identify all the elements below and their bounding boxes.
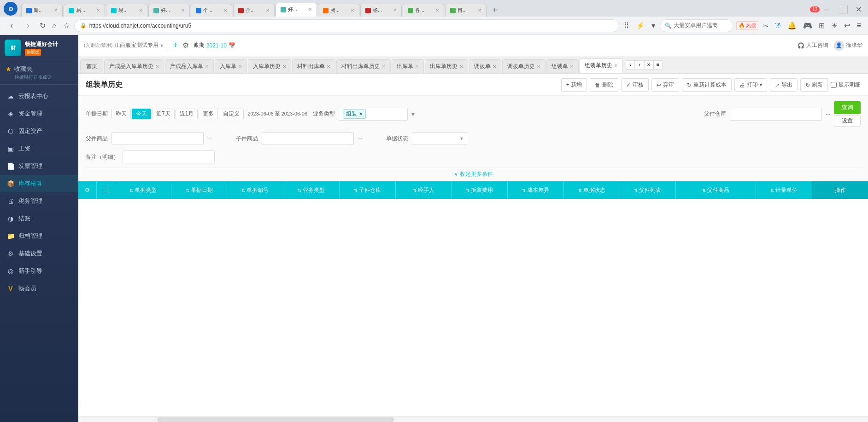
browser-tab-11[interactable]: 目... ✕ <box>445 4 487 17</box>
export-btn[interactable]: ↗ 导出 <box>770 78 798 92</box>
audit-btn[interactable]: ✓ 审核 <box>621 78 649 92</box>
nav-tab-in[interactable]: 入库单 ✕ <box>215 59 247 73</box>
nav-tab-transfer[interactable]: 调拨单 ✕ <box>469 59 501 73</box>
sun-btn[interactable]: ☀ <box>829 19 839 32</box>
refresh-btn[interactable]: ↻ 刷新 <box>800 78 828 92</box>
th-business-type[interactable]: ⇅ 业务类型 <box>283 181 340 199</box>
minimize-btn[interactable]: — <box>821 5 834 15</box>
child-goods-input[interactable] <box>262 132 354 145</box>
nav-tab-assembly[interactable]: 组装单 ✕ <box>546 59 579 73</box>
th-bill-status[interactable]: ⇅ 单据状态 <box>564 181 620 199</box>
tab-close-icon[interactable]: ✕ <box>155 64 159 69</box>
layout-btn[interactable]: ⊞ <box>817 19 827 32</box>
more-date-btn[interactable]: 更多 <box>199 109 218 119</box>
translate-btn[interactable]: 译 <box>773 20 783 32</box>
nav-tab-produce-in-history[interactable]: 产成品入库单历史 ✕ <box>104 59 164 73</box>
lightning-btn[interactable]: ⚡ <box>634 19 647 32</box>
nav-tabs-more[interactable]: ≡ <box>653 60 663 69</box>
sidebar-item-vip[interactable]: V 畅会员 <box>0 280 78 297</box>
sidebar-favorites[interactable]: ★ 收藏夹 快捷键打开收藏夹 <box>0 61 78 85</box>
th-parent-list[interactable]: ⇅ 父件列表 <box>620 181 676 199</box>
query-btn[interactable]: 查询 <box>834 101 861 114</box>
th-cost-diff[interactable]: ⇅ 成本差异 <box>508 181 564 199</box>
th-bill-no[interactable]: ⇅ 单据编号 <box>227 181 283 199</box>
nav-tab-out-history[interactable]: 出库单历史 ✕ <box>425 59 468 73</box>
yesterday-btn[interactable]: 昨天 <box>111 109 131 119</box>
calendar-icon[interactable]: 📅 <box>229 42 235 49</box>
sidebar-item-checkout[interactable]: ◑ 结账 <box>0 210 78 227</box>
browser-tab-2[interactable]: 易... ✕ <box>64 4 105 17</box>
url-bar[interactable]: 🔒 https://cloud.chanjet.com/accounting/u… <box>74 19 620 32</box>
service-btn[interactable]: 🎧 人工咨询 <box>798 41 828 49</box>
nav-tab-assembly-history-active[interactable]: 组装单历史 ✕ <box>580 58 623 73</box>
tab-close-icon[interactable]: ✕ <box>493 64 496 69</box>
tab-close-icon[interactable]: ✕ <box>382 64 386 69</box>
th-unit[interactable]: ⇅ 计量单位 <box>756 181 812 199</box>
th-settings[interactable]: ⚙ <box>78 181 97 199</box>
undo-btn[interactable]: ↩ <box>842 19 852 32</box>
tab-8-close[interactable]: ✕ <box>351 8 354 13</box>
tab-4-close[interactable]: ✕ <box>181 8 185 13</box>
tab-close-icon-active[interactable]: ✕ <box>614 63 618 68</box>
settings-config-btn[interactable]: 设置 <box>834 115 861 127</box>
nav-tab-transfer-history[interactable]: 调拨单历史 ✕ <box>502 59 545 73</box>
close-window-btn[interactable]: ✕ <box>853 4 864 15</box>
parent-goods-input[interactable] <box>111 132 204 145</box>
tab-close-icon[interactable]: ✕ <box>238 64 242 69</box>
header-company-info[interactable]: (勿删勿禁用) 江西服宝测试专用 ▾ <box>84 41 163 49</box>
tab-5-close[interactable]: ✕ <box>223 8 227 13</box>
sidebar-item-tax[interactable]: 🖨 税务管理 <box>0 192 78 210</box>
th-child-warehouse[interactable]: ⇅ 子件仓库 <box>340 181 396 199</box>
tab-close-icon[interactable]: ✕ <box>570 64 574 69</box>
sidebar-item-inventory[interactable]: 📦 库存核算 <box>0 175 78 192</box>
scissors-btn[interactable]: ✂ <box>761 20 770 31</box>
settings-gear-btn[interactable]: ⚙ <box>182 41 189 50</box>
tab-close-icon[interactable]: ✕ <box>537 64 540 69</box>
new-tab-btn[interactable]: + <box>488 4 501 17</box>
sidebar-item-guide[interactable]: ◎ 新手引导 <box>0 262 78 280</box>
browser-tab-5[interactable]: 个... ✕ <box>191 4 232 17</box>
tab-close-icon[interactable]: ✕ <box>459 64 463 69</box>
back-btn[interactable]: ‹ <box>5 19 18 33</box>
th-disassembly-cost[interactable]: ⇅ 拆装费用 <box>452 181 508 199</box>
sidebar-item-payroll[interactable]: ▣ 工资 <box>0 140 78 157</box>
tab-10-close[interactable]: ✕ <box>435 8 439 13</box>
th-handler[interactable]: ⇅ 经手人 <box>396 181 452 199</box>
browser-tab-8[interactable]: 腾... ✕ <box>318 4 359 17</box>
th-parent-goods[interactable]: ⇅ 父件商品 <box>676 181 756 199</box>
browser-tab-6[interactable]: 企... ✕ <box>233 4 275 17</box>
company-dropdown-icon[interactable]: ▾ <box>160 42 163 49</box>
sidebar-item-fixed-assets[interactable]: ⬡ 固定资产 <box>0 122 78 140</box>
browser-tab-3[interactable]: 易... ✕ <box>106 4 147 17</box>
week-btn[interactable]: 近7天 <box>152 109 175 119</box>
child-goods-dots[interactable]: ··· <box>358 135 362 142</box>
abandon-btn[interactable]: ↩ 弃审 <box>651 78 679 92</box>
bottom-scrollbar[interactable] <box>78 416 868 422</box>
browser-tab-9[interactable]: 畅... ✕ <box>360 4 402 17</box>
th-checkbox[interactable] <box>97 181 115 199</box>
th-bill-date[interactable]: ⇅ 单据日期 <box>171 181 228 199</box>
more-btn[interactable]: ▾ <box>650 19 657 32</box>
nav-tabs-left-arrow[interactable]: ‹ <box>626 60 635 69</box>
remark-input[interactable] <box>123 150 215 163</box>
browser-tab-7-active[interactable]: 好... ✕ <box>276 3 317 17</box>
nav-tab-produce-in[interactable]: 产成品入库单 ✕ <box>165 59 214 73</box>
tab-3-close[interactable]: ✕ <box>139 8 142 13</box>
grid-btn[interactable]: ⠿ <box>622 19 631 32</box>
show-detail-input[interactable] <box>831 82 837 88</box>
nav-tab-home[interactable]: 首页 <box>80 59 103 73</box>
emoji-btn[interactable]: 🔔 <box>786 19 798 32</box>
tab-close-icon[interactable]: ✕ <box>327 64 330 69</box>
forward-btn[interactable]: › <box>21 19 35 33</box>
nav-tab-material-out-history[interactable]: 材料出库单历史 ✕ <box>336 59 391 73</box>
search-bar[interactable]: 🔍 大量安卓用户逃离 <box>660 19 733 32</box>
nav-tabs-close-all[interactable]: ✕ <box>644 60 653 69</box>
tab-2-close[interactable]: ✕ <box>96 8 100 13</box>
parent-warehouse-dots[interactable]: ··· <box>826 111 830 117</box>
tab-11-close[interactable]: ✕ <box>478 8 481 13</box>
status-select[interactable]: ▾ <box>412 132 467 145</box>
delete-btn[interactable]: 🗑 删除 <box>590 78 618 92</box>
nav-tabs-right-arrow[interactable]: › <box>635 60 644 69</box>
print-btn[interactable]: 🖨 打印 ▾ <box>734 78 767 92</box>
th-bill-type[interactable]: ⇅ 单据类型 <box>115 181 171 199</box>
